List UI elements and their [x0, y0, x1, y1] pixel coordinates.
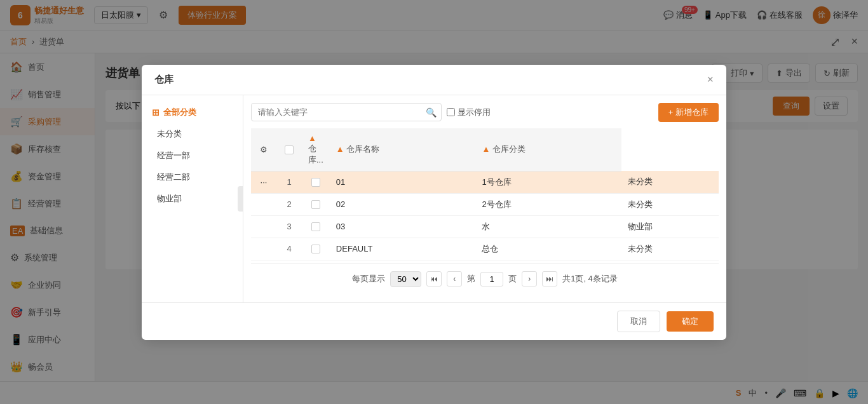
row-num-cell: 1	[276, 171, 302, 193]
row-name-cell: 1号仓库	[475, 171, 621, 193]
table-scroll-area: ⚙ ▲ 仓库... ▲	[251, 128, 719, 260]
row-gear-cell	[251, 238, 276, 260]
row-checkbox[interactable]	[311, 222, 320, 231]
col-header-check	[276, 128, 302, 172]
row-name-cell: 水	[475, 215, 621, 238]
all-category-item[interactable]: ⊞ 全部分类	[142, 102, 243, 123]
sort-icon-name: ▲	[336, 144, 344, 154]
prev-page-button[interactable]: ‹	[447, 271, 462, 286]
category-item-property[interactable]: 物业部	[142, 188, 243, 210]
category-item-label: 物业部	[157, 194, 182, 203]
select-all-checkbox[interactable]	[285, 145, 294, 154]
col-code-label: 仓库...	[308, 144, 323, 165]
first-page-button[interactable]: ⏮	[426, 271, 442, 286]
row-category-cell: 物业部	[621, 215, 719, 238]
total-info: 共1页, 4条记录	[562, 273, 618, 285]
warehouse-name: 1号仓库	[482, 177, 511, 187]
table-row[interactable]: 3 03 水 物业部	[251, 215, 719, 238]
modal-close-button[interactable]: ×	[707, 74, 714, 85]
confirm-button[interactable]: 确定	[667, 311, 714, 332]
category-item-ops1[interactable]: 经营一部	[142, 145, 243, 166]
table-panel: 🔍 显示停用 + 新增仓库 ⚙	[243, 95, 726, 302]
col-header-code: ▲ 仓库...	[302, 128, 330, 172]
warehouse-name: 总仓	[482, 244, 498, 253]
row-name-cell: 总仓	[475, 238, 621, 260]
warehouse-modal: 仓库 × 《 ⊞ 全部分类 未分类 经营一部	[142, 65, 726, 340]
pagination-bar: 每页显示 50 ⏮ ‹ 第 页 › ⏭ 共1页, 4条记录	[251, 263, 719, 295]
row-code-cell: 01	[330, 171, 476, 193]
sort-icon-cat: ▲	[482, 144, 490, 154]
col-category-label: 仓库分类	[492, 144, 526, 154]
modal-title: 仓库	[154, 74, 173, 86]
warehouse-code: 03	[336, 222, 345, 231]
page-input[interactable]	[480, 272, 503, 286]
warehouse-name: 水	[482, 222, 490, 231]
category-panel: 《 ⊞ 全部分类 未分类 经营一部 经营二部 物业部	[142, 95, 243, 302]
warehouse-code: DEFAULT	[336, 244, 373, 253]
row-checkbox[interactable]	[311, 200, 320, 209]
col-header-name: ▲ 仓库名称	[330, 128, 476, 172]
category-collapse-button[interactable]: 《	[238, 186, 243, 212]
show-disabled-checkbox[interactable]	[447, 108, 455, 116]
warehouse-category: 物业部	[628, 222, 653, 231]
col-header-category: ▲ 仓库分类	[475, 128, 621, 172]
table-body: ··· 1 01 1号仓库	[251, 171, 719, 260]
warehouse-category: 未分类	[628, 244, 653, 253]
modal-body: 《 ⊞ 全部分类 未分类 经营一部 经营二部 物业部	[142, 95, 726, 302]
row-num-cell: 3	[276, 215, 302, 238]
col-name-label: 仓库名称	[346, 144, 379, 154]
row-num-cell: 4	[276, 238, 302, 260]
row-gear-cell	[251, 193, 276, 215]
row-code-cell: DEFAULT	[330, 238, 476, 260]
page-size-label: 每页显示	[352, 273, 385, 285]
chevron-left-icon: 《	[240, 193, 243, 204]
warehouse-code: 01	[336, 177, 345, 187]
gear-icon: ⚙	[260, 145, 268, 154]
warehouse-category: 未分类	[628, 199, 653, 209]
next-page-button[interactable]: ›	[522, 271, 537, 286]
category-item-label: 经营二部	[157, 172, 190, 182]
grid-icon: ⊞	[152, 107, 159, 118]
row-name-cell: 2号仓库	[475, 193, 621, 215]
table-header: ⚙ ▲ 仓库... ▲	[251, 128, 719, 172]
search-input[interactable]	[251, 103, 442, 121]
warehouse-category: 未分类	[628, 177, 653, 186]
row-check-cell	[302, 215, 330, 238]
row-more-icon[interactable]: ···	[261, 177, 268, 187]
warehouse-code: 02	[336, 199, 345, 209]
show-disabled-wrap: 显示停用	[447, 107, 491, 118]
row-check-cell	[302, 171, 330, 193]
row-category-cell: 未分类	[621, 238, 719, 260]
cancel-button[interactable]: 取消	[617, 311, 660, 332]
warehouse-name: 2号仓库	[482, 199, 511, 209]
category-item-unclassified[interactable]: 未分类	[142, 123, 243, 145]
category-item-label: 经营一部	[157, 151, 190, 160]
row-checkbox[interactable]	[311, 245, 320, 253]
col-header-gear: ⚙	[251, 128, 276, 172]
row-num-cell: 2	[276, 193, 302, 215]
row-category-cell: 未分类	[621, 193, 719, 215]
row-checkbox[interactable]	[311, 178, 320, 187]
search-input-wrap: 🔍	[251, 103, 442, 121]
last-page-button[interactable]: ⏭	[542, 271, 557, 286]
modal-footer: 取消 确定	[142, 302, 726, 340]
show-disabled-label: 显示停用	[458, 107, 491, 118]
search-bar: 🔍 显示停用 + 新增仓库	[251, 103, 719, 122]
warehouse-table: ⚙ ▲ 仓库... ▲	[251, 128, 719, 260]
row-gear-cell: ···	[251, 171, 276, 193]
table-row[interactable]: 2 02 2号仓库 未分类	[251, 193, 719, 215]
row-category-cell: 未分类	[621, 171, 719, 193]
table-row[interactable]: ··· 1 01 1号仓库	[251, 171, 719, 193]
row-code-cell: 02	[330, 193, 476, 215]
all-category-label: 全部分类	[163, 107, 196, 118]
sort-icon-code: ▲	[308, 133, 316, 143]
row-gear-cell	[251, 215, 276, 238]
table-row[interactable]: 4 DEFAULT 总仓 未分类	[251, 238, 719, 260]
category-item-ops2[interactable]: 经营二部	[142, 166, 243, 188]
category-item-label: 未分类	[157, 129, 182, 138]
page-size-select[interactable]: 50	[390, 271, 421, 287]
row-check-cell	[302, 238, 330, 260]
row-check-cell	[302, 193, 330, 215]
modal-header: 仓库 ×	[142, 65, 726, 95]
new-warehouse-button[interactable]: + 新增仓库	[658, 103, 719, 122]
